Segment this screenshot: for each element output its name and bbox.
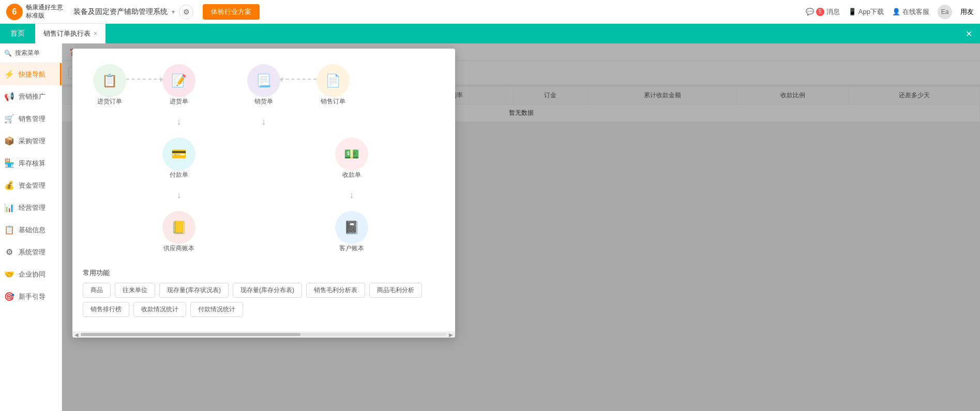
- sidebar-item-system[interactable]: ⚙ 系统管理: [0, 241, 62, 263]
- func-btn-product-profit[interactable]: 商品毛利分析: [369, 283, 422, 298]
- message-label: 消息: [826, 7, 840, 17]
- newbie-icon: 🎯: [4, 292, 14, 301]
- sales-icon: 🛒: [4, 114, 14, 124]
- tab-sales-order[interactable]: 销售订单执行表 ×: [35, 24, 105, 43]
- top-header: 6 畅康通好生意 标准版 装备及固定资产辅助管理系统 ▾ ⚙ 体验行业方案 💬 …: [0, 0, 980, 24]
- main-layout: 🔍 搜索菜单 ⚡ 快捷导航 📢 营销推广 🛒 销售管理 📦 采购管理 🏪 库存核…: [0, 43, 980, 411]
- func-btns-row1: 商品 往来单位 现存量(库存状况表) 现存量(库存分布表) 销售毛利分析表 商品…: [83, 283, 445, 298]
- func-btn-partner[interactable]: 往来单位: [115, 283, 155, 298]
- modal-scrollbar[interactable]: ◀ ▶: [72, 331, 455, 338]
- scrollbar-thumb[interactable]: [81, 333, 300, 336]
- func-btn-payment-stat[interactable]: 付款情况统计: [190, 302, 243, 317]
- flow-node-sales-order[interactable]: 📄: [316, 64, 350, 97]
- service-icon: 👤: [892, 8, 900, 16]
- flow-modal: 📋 进货订单 📝 进货单: [72, 49, 455, 338]
- flow-arrows-row2: ↓ ↓: [93, 116, 434, 127]
- common-functions: 常用功能 商品 往来单位 现存量(库存状况表) 现存量(库存分布表) 销售毛利分…: [72, 263, 455, 331]
- header-right: 💬 5 消息 📱 App下载 👤 在线客服 Ea 用友: [806, 5, 974, 19]
- flow-label-receipt-bill: 收款单: [342, 171, 361, 179]
- scroll-left-icon[interactable]: ◀: [74, 332, 79, 338]
- func-btn-stock-dist[interactable]: 现存量(库存分布表): [233, 283, 302, 298]
- flow-arrows-row4: ↓ ↓: [93, 190, 434, 201]
- tab-home[interactable]: 首页: [0, 24, 35, 43]
- app-logo: 6: [6, 4, 23, 20]
- online-service-button[interactable]: 👤 在线客服: [892, 7, 929, 17]
- sidebar-item-enterprise[interactable]: 🤝 企业协同: [0, 263, 62, 285]
- sidebar-item-marketing[interactable]: 📢 营销推广: [0, 85, 62, 108]
- sidebar-item-quick-nav[interactable]: ⚡ 快捷导航: [0, 63, 62, 85]
- message-badge: 5: [816, 8, 824, 16]
- func-btns-row2: 销售排行榜 收款情况统计 付款情况统计: [83, 302, 445, 317]
- quick-nav-icon: ⚡: [4, 69, 14, 79]
- basic-icon: 📋: [4, 225, 14, 235]
- func-btn-product[interactable]: 商品: [83, 283, 111, 298]
- flow-node-purchase-bill[interactable]: 📝: [162, 64, 195, 97]
- search-menu-button[interactable]: 🔍 搜索菜单: [0, 43, 62, 63]
- flow-col-sales-order: 📄 销售订单: [316, 64, 350, 106]
- sidebar-item-basic[interactable]: 📋 基础信息: [0, 219, 62, 241]
- modal-overlay: 📋 进货订单 📝 进货单: [62, 43, 980, 411]
- message-button[interactable]: 💬 5 消息: [806, 7, 840, 17]
- content-area: ❓ 帮助 | 🖨 按模板打印 ▾ | ↗ 导出 ▾ | 🔄 刷新: [62, 43, 980, 411]
- logo-text: 畅康通好生意 标准版: [26, 4, 63, 20]
- system-title-text: 装备及固定资产辅助管理系统: [73, 7, 168, 17]
- flow-label-sales-bill: 销货单: [254, 97, 273, 106]
- flow-col-payment-bill: 💳 付款单: [162, 138, 195, 179]
- func-btn-sales-profit[interactable]: 销售毛利分析表: [306, 283, 365, 298]
- scrollbar-track[interactable]: [81, 333, 447, 336]
- flow-node-sales-bill[interactable]: 📃: [247, 64, 280, 97]
- system-icon: ⚙: [4, 247, 14, 257]
- flow-col-receipt-bill: 💵 收款单: [335, 138, 368, 179]
- experience-button[interactable]: 体验行业方案: [203, 4, 260, 20]
- tab-bar: 首页 销售订单执行表 × ✕: [0, 24, 980, 43]
- flow-node-supplier-ledger[interactable]: 📒: [162, 211, 195, 244]
- flow-col-supplier-ledger: 📒 供应商账本: [162, 211, 195, 253]
- flow-col-purchase-order: 📋 进货订单: [93, 64, 126, 106]
- purchase-icon: 📦: [4, 136, 14, 146]
- sidebar-item-sales[interactable]: 🛒 销售管理: [0, 108, 62, 130]
- flow-col-sales-bill: 📃 销货单: [247, 64, 280, 106]
- settings-button[interactable]: ⚙: [179, 5, 193, 19]
- sidebar-item-inventory[interactable]: 🏪 库存核算: [0, 152, 62, 174]
- flow-label-purchase-order: 进货订单: [97, 97, 122, 106]
- system-title-area: 装备及固定资产辅助管理系统 ▾ ⚙ 体验行业方案: [68, 4, 806, 20]
- flow-label-customer-ledger: 客户账本: [339, 244, 364, 253]
- enterprise-icon: 🤝: [4, 269, 14, 279]
- flow-node-customer-ledger[interactable]: 📓: [335, 211, 368, 244]
- flow-label-purchase-bill: 进货单: [170, 97, 188, 106]
- flow-node-receipt-bill[interactable]: 💵: [335, 138, 368, 171]
- flow-row-3: 💳 付款单 💵 收款单: [93, 138, 434, 179]
- flow-col-purchase-bill: 📝 进货单: [162, 64, 195, 106]
- sidebar-item-purchase[interactable]: 📦 采购管理: [0, 130, 62, 152]
- app-download-button[interactable]: 📱 App下载: [848, 7, 884, 17]
- flow-node-payment-bill[interactable]: 💳: [162, 138, 195, 171]
- message-icon: 💬: [806, 8, 814, 16]
- download-icon: 📱: [848, 8, 856, 16]
- flow-label-supplier-ledger: 供应商账本: [163, 244, 194, 253]
- scroll-right-icon[interactable]: ▶: [449, 332, 453, 338]
- logo-area: 6 畅康通好生意 标准版: [6, 4, 68, 20]
- func-btn-sales-rank[interactable]: 销售排行榜: [83, 302, 129, 317]
- sidebar-item-newbie[interactable]: 🎯 新手引导: [0, 285, 62, 308]
- marketing-icon: 📢: [4, 92, 14, 101]
- func-btn-receipt-stat[interactable]: 收款情况统计: [133, 302, 186, 317]
- sidebar-item-finance[interactable]: 💰 资金管理: [0, 174, 62, 196]
- flow-row-5: 📒 供应商账本 📓 客户账本: [93, 211, 434, 253]
- tab-close-button[interactable]: ×: [94, 30, 97, 37]
- sidebar: 🔍 搜索菜单 ⚡ 快捷导航 📢 营销推广 🛒 销售管理 📦 采购管理 🏪 库存核…: [0, 43, 62, 411]
- flow-label-sales-order: 销售订单: [321, 97, 345, 106]
- common-functions-title: 常用功能: [83, 268, 445, 278]
- flow-col-customer-ledger: 📓 客户账本: [335, 211, 368, 253]
- avatar[interactable]: Ea: [938, 5, 952, 19]
- finance-icon: 💰: [4, 180, 14, 190]
- flow-node-purchase-order[interactable]: 📋: [93, 64, 126, 97]
- system-dropdown-icon[interactable]: ▾: [172, 8, 175, 16]
- flow-row-1: 📋 进货订单 📝 进货单: [93, 64, 434, 106]
- flow-label-payment-bill: 付款单: [170, 171, 188, 179]
- flow-diagram: 📋 进货订单 📝 进货单: [72, 49, 455, 263]
- operations-icon: 📊: [4, 203, 14, 212]
- inventory-icon: 🏪: [4, 158, 14, 168]
- sidebar-item-operations[interactable]: 📊 经营管理: [0, 196, 62, 219]
- close-all-tabs-button[interactable]: ✕: [961, 26, 976, 41]
- func-btn-stock-status[interactable]: 现存量(库存状况表): [159, 283, 229, 298]
